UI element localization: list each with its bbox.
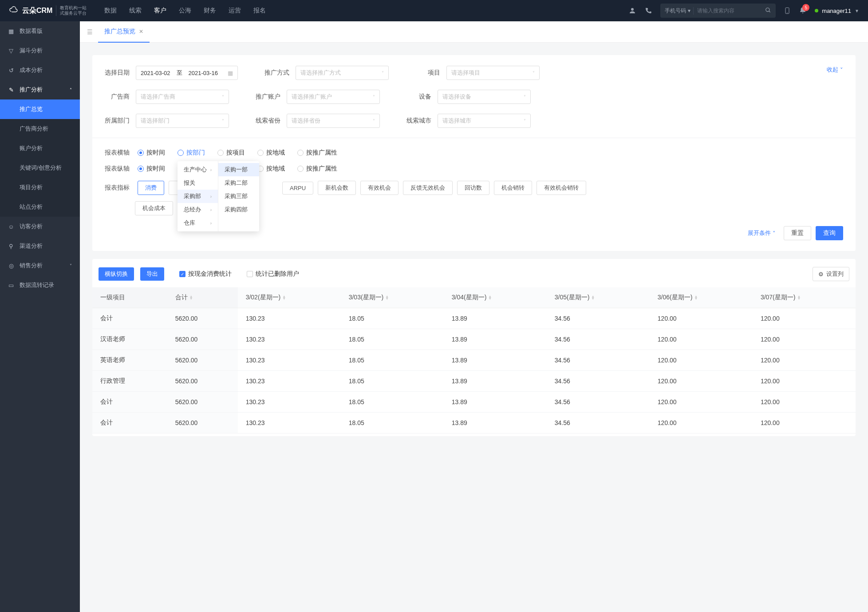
account-select[interactable]: 请选择推广账户˅ xyxy=(287,90,380,104)
metric-valid-convert[interactable]: 有效机会销转 xyxy=(537,181,586,195)
device-select[interactable]: 请选择设备˅ xyxy=(438,90,531,104)
bell-icon[interactable]: 5 xyxy=(799,7,807,15)
funnel-icon: ▽ xyxy=(8,48,14,54)
expand-conditions-link[interactable]: 展开条件 ˅ xyxy=(748,229,776,237)
sidebar-item-visitor[interactable]: ☺访客分析 xyxy=(0,217,80,236)
cascader-item[interactable]: 采购部› xyxy=(178,190,218,203)
nav-data[interactable]: 数据 xyxy=(104,7,117,15)
metric-new-opportunity[interactable]: 新机会数 xyxy=(318,181,356,195)
reset-button[interactable]: 重置 xyxy=(784,226,811,240)
sidebar-item-keyword[interactable]: 关键词/创意分析 xyxy=(0,158,80,178)
search-type[interactable]: 手机号码 ▾ xyxy=(665,7,693,15)
user-icon[interactable] xyxy=(628,7,636,15)
th-date[interactable]: 3/06(星期一)▲▼ xyxy=(650,287,753,308)
haxis-radio-dept[interactable]: 按部门 xyxy=(178,149,205,157)
table-cell: 行政管理 xyxy=(92,371,167,392)
nav-customers[interactable]: 客户 xyxy=(154,7,166,15)
th-date[interactable]: 3/05(星期一)▲▼ xyxy=(547,287,650,308)
sidebar-item-project[interactable]: 项目分析 xyxy=(0,178,80,197)
sidebar-item-advertiser[interactable]: 广告商分析 xyxy=(0,119,80,139)
metric-consume[interactable]: 消费 xyxy=(138,181,164,195)
haxis-radio-time[interactable]: 按时间 xyxy=(138,149,165,157)
vaxis-radio-time[interactable]: 按时间 xyxy=(138,165,165,173)
province-select[interactable]: 请选择省份˅ xyxy=(287,114,380,128)
cascader-item[interactable]: 报关 xyxy=(178,176,218,190)
search-icon[interactable] xyxy=(765,7,771,15)
deleted-users-checkbox[interactable]: 统计已删除用户 xyxy=(247,270,299,278)
th-date[interactable]: 3/07(星期一)▲▼ xyxy=(753,287,856,308)
sidebar-item-dashboard[interactable]: ▦数据看版 xyxy=(0,21,80,41)
th-project[interactable]: 一级项目 xyxy=(92,287,167,308)
sidebar-item-site[interactable]: 站点分析 xyxy=(0,197,80,217)
date-range-picker[interactable]: 2021-03-02至2021-03-16 ▦ xyxy=(136,66,238,80)
tab-promo-overview[interactable]: 推广总预览 ✕ xyxy=(98,21,150,43)
close-icon[interactable]: ✕ xyxy=(139,28,143,35)
vaxis-radio-attr[interactable]: 按推广属性 xyxy=(297,165,337,173)
nav-ops[interactable]: 运营 xyxy=(229,7,241,15)
advertiser-select[interactable]: 请选择广告商˅ xyxy=(136,90,229,104)
metric-feedback-invalid[interactable]: 反馈无效机会 xyxy=(403,181,453,195)
table-row[interactable]: 会计5620.00130.2318.0513.8934.56120.00120.… xyxy=(92,413,856,433)
th-date[interactable]: 3/02(星期一)▲▼ xyxy=(238,287,341,308)
table-row[interactable]: 汉语老师5620.00130.2318.0513.8934.56120.0012… xyxy=(92,329,856,350)
user-menu[interactable]: manager11 ▼ xyxy=(815,8,859,14)
metric-valid-opportunity[interactable]: 有效机会 xyxy=(360,181,398,195)
cascader-item[interactable]: 生产中心› xyxy=(178,163,218,176)
sidebar-item-account[interactable]: 账户分析 xyxy=(0,139,80,158)
metric-convert[interactable]: 机会销转 xyxy=(494,181,532,195)
sidebar-item-promo[interactable]: ✎推广分析˄ xyxy=(0,80,80,99)
table-cell: 18.05 xyxy=(341,350,444,371)
nav-right: 手机号码 ▾ 5 manager11 ▼ xyxy=(628,4,859,18)
metric-opportunity-cost[interactable]: 机会成本 xyxy=(135,201,173,215)
haxis-radio-region[interactable]: 按地域 xyxy=(257,149,285,157)
table-row[interactable]: 会计5620.00130.2318.0513.8934.56120.00120.… xyxy=(92,392,856,413)
set-columns-button[interactable]: ⚙设置列 xyxy=(813,267,849,281)
nav-enroll[interactable]: 报名 xyxy=(253,7,266,15)
global-search[interactable]: 手机号码 ▾ xyxy=(660,4,776,18)
nav-sea[interactable]: 公海 xyxy=(179,7,191,15)
th-total[interactable]: 合计▲▼ xyxy=(167,287,238,308)
search-input[interactable] xyxy=(697,8,765,14)
cascader-item[interactable]: 采购二部 xyxy=(218,176,259,190)
nav-leads[interactable]: 线索 xyxy=(129,7,142,15)
mobile-icon[interactable] xyxy=(784,6,791,16)
cascader-item[interactable]: 仓库› xyxy=(178,216,218,230)
collapse-filters-link[interactable]: 收起 ˅ xyxy=(827,66,843,74)
sidebar-item-sales[interactable]: ◎销售分析˅ xyxy=(0,256,80,275)
haxis-radio-attr[interactable]: 按推广属性 xyxy=(297,149,337,157)
method-select[interactable]: 请选择推广方式˅ xyxy=(296,66,389,80)
table-cell: 120.00 xyxy=(753,308,856,329)
th-date[interactable]: 3/03(星期一)▲▼ xyxy=(341,287,444,308)
cascader-item[interactable]: 采购一部 xyxy=(218,163,259,176)
cascader-item[interactable]: 采购三部 xyxy=(218,190,259,203)
phone-icon[interactable] xyxy=(644,7,652,15)
sidebar-item-channel[interactable]: ⚲渠道分析 xyxy=(0,236,80,256)
collapse-sidebar-icon[interactable]: ☰ xyxy=(87,28,93,36)
th-date[interactable]: 3/04(星期一)▲▼ xyxy=(444,287,547,308)
query-button[interactable]: 查询 xyxy=(816,226,843,240)
haxis-radio-project[interactable]: 按项目 xyxy=(217,149,245,157)
tab-label: 推广总预览 xyxy=(104,28,135,36)
logo[interactable]: 云朵CRM 教育机构一站式服务云平台 xyxy=(9,5,87,16)
logo-subtitle: 教育机构一站式服务云平台 xyxy=(56,5,87,16)
vaxis-radio-region[interactable]: 按地域 xyxy=(257,165,285,173)
cascader-item[interactable]: 总经办› xyxy=(178,203,218,216)
sidebar-item-promo-overview[interactable]: 推广总览 xyxy=(0,99,80,119)
sidebar-item-cost[interactable]: ↺成本分析 xyxy=(0,60,80,80)
table-row[interactable]: 英语老师5620.00130.2318.0513.8934.56120.0012… xyxy=(92,350,856,371)
sidebar-item-funnel[interactable]: ▽漏斗分析 xyxy=(0,41,80,60)
export-button[interactable]: 导出 xyxy=(140,267,164,281)
city-select[interactable]: 请选择城市˅ xyxy=(438,114,531,128)
cascader-item[interactable]: 采购四部 xyxy=(218,203,259,216)
dept-select[interactable]: 请选择部门˅ xyxy=(136,114,229,128)
sidebar-item-flow[interactable]: ▭数据流转记录 xyxy=(0,275,80,295)
nav-finance[interactable]: 财务 xyxy=(204,7,216,15)
metric-revisit[interactable]: 回访数 xyxy=(457,181,489,195)
project-select[interactable]: 请选择项目˅ xyxy=(446,66,540,80)
table-row[interactable]: 行政管理5620.00130.2318.0513.8934.56120.0012… xyxy=(92,371,856,392)
table-row[interactable]: 会计5620.00130.2318.0513.8934.56120.00120.… xyxy=(92,308,856,329)
metric-arpu[interactable]: ARPU xyxy=(282,182,313,195)
cash-stats-checkbox[interactable]: 按现金消费统计 xyxy=(179,270,232,278)
switch-axis-button[interactable]: 横纵切换 xyxy=(99,267,134,281)
province-label: 线索省份 xyxy=(256,117,280,125)
